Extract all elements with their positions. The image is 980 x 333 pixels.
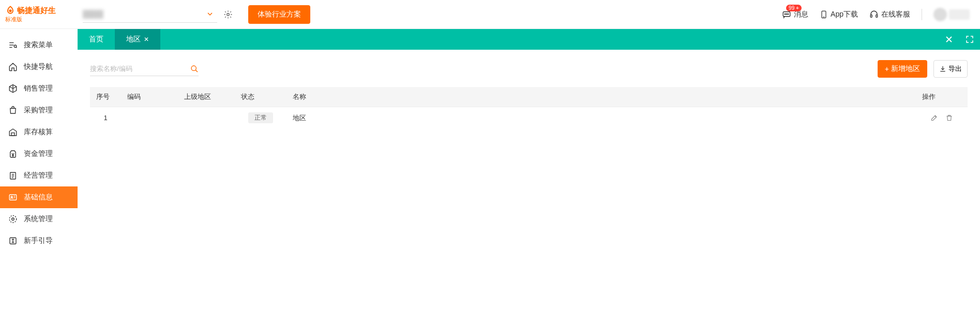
sidebar-item-quick-nav[interactable]: 快捷导航 xyxy=(0,56,78,78)
company-selector[interactable]: ████ xyxy=(83,6,217,23)
add-region-button[interactable]: + 新增地区 xyxy=(878,60,927,78)
logo-icon xyxy=(5,5,16,16)
online-service-label: 在线客服 xyxy=(881,10,910,19)
search-wrap xyxy=(90,62,199,76)
search-menu-icon xyxy=(8,40,18,50)
sales-icon xyxy=(8,84,18,93)
message-link[interactable]: 99 + 消息 xyxy=(782,10,808,19)
plus-icon: + xyxy=(885,65,889,73)
home-icon xyxy=(8,62,18,71)
main: 首页 地区 ✕ xyxy=(78,29,980,333)
logo-subtitle: 标准版 xyxy=(5,16,78,23)
search-input[interactable] xyxy=(90,62,190,76)
svg-rect-9 xyxy=(876,15,878,17)
sidebar-item-system[interactable]: 系统管理 xyxy=(0,208,78,230)
svg-point-5 xyxy=(788,13,789,15)
fullscreen-icon xyxy=(966,36,973,43)
sidebar-item-basic-info[interactable]: 基础信息 xyxy=(0,186,78,208)
svg-point-0 xyxy=(9,10,11,11)
online-service-link[interactable]: 在线客服 xyxy=(869,10,910,19)
sidebar-item-inventory[interactable]: 库存核算 xyxy=(0,121,78,143)
region-table: 序号 编码 上级地区 状态 名称 操作 1 正常 xyxy=(90,87,968,128)
phone-icon xyxy=(820,10,828,19)
svg-line-28 xyxy=(195,70,198,72)
svg-point-4 xyxy=(786,13,787,15)
avatar xyxy=(933,8,947,21)
experience-button[interactable]: 体验行业方案 xyxy=(248,5,310,24)
tab-region[interactable]: 地区 ✕ xyxy=(115,29,160,50)
header-right: 99 + 消息 App下载 在线客服 xyxy=(782,8,970,21)
sidebar-label: 系统管理 xyxy=(24,214,53,224)
svg-rect-20 xyxy=(9,195,17,200)
system-icon xyxy=(8,214,18,224)
logo-text: 畅捷通好生 xyxy=(17,6,56,16)
status-badge: 正常 xyxy=(248,112,273,123)
clipboard-icon xyxy=(8,171,18,180)
close-icon[interactable]: ✕ xyxy=(144,36,149,43)
delete-icon[interactable] xyxy=(945,114,953,122)
money-icon xyxy=(8,149,18,158)
sidebar-label: 资金管理 xyxy=(24,149,53,158)
th-op: 操作 xyxy=(916,87,968,107)
sidebar-item-guide[interactable]: 新手引导 xyxy=(0,230,78,252)
th-status: 状态 xyxy=(235,87,287,107)
cell-parent xyxy=(178,107,235,129)
search-icon[interactable] xyxy=(190,65,199,73)
sidebar-item-sales[interactable]: 销售管理 xyxy=(0,78,78,99)
export-icon xyxy=(939,65,946,73)
svg-point-3 xyxy=(785,13,786,15)
sidebar-label: 库存核算 xyxy=(24,127,53,137)
svg-rect-15 xyxy=(11,133,14,136)
cell-seq: 1 xyxy=(90,107,121,129)
app-download-label: App下载 xyxy=(831,10,858,19)
sidebar-label: 新手引导 xyxy=(24,236,53,245)
th-parent: 上级地区 xyxy=(178,87,235,107)
th-code: 编码 xyxy=(121,87,178,107)
fullscreen-button[interactable] xyxy=(959,29,980,50)
warehouse-icon xyxy=(8,127,18,137)
avatar-group[interactable] xyxy=(933,8,970,21)
sidebar-item-business[interactable]: 经营管理 xyxy=(0,165,78,186)
svg-point-27 xyxy=(191,66,196,70)
tab-home[interactable]: 首页 xyxy=(78,29,115,50)
sidebar-label: 快捷导航 xyxy=(24,62,53,71)
sidebar-label: 经营管理 xyxy=(24,171,53,180)
close-all-tabs-button[interactable] xyxy=(939,29,959,50)
th-seq: 序号 xyxy=(90,87,121,107)
company-name: ████ xyxy=(83,10,203,18)
tab-label: 首页 xyxy=(89,35,103,44)
tabbar: 首页 地区 ✕ xyxy=(78,29,980,50)
logo: 畅捷通好生 标准版 xyxy=(0,5,78,23)
headset-icon xyxy=(869,10,879,19)
app-download-link[interactable]: App下载 xyxy=(820,10,858,19)
tab-label: 地区 xyxy=(126,35,141,44)
chevron-down-icon xyxy=(207,11,213,17)
cell-name: 地区 xyxy=(287,107,916,129)
guide-icon xyxy=(8,236,18,245)
svg-rect-8 xyxy=(870,15,872,17)
gear-icon[interactable] xyxy=(223,10,233,19)
message-badge: 99 + xyxy=(786,5,802,11)
svg-point-24 xyxy=(9,215,17,223)
edit-icon[interactable] xyxy=(930,114,938,122)
bag-icon xyxy=(8,106,18,115)
sidebar-label: 销售管理 xyxy=(24,84,53,93)
sidebar-item-search-menu[interactable]: 搜索菜单 xyxy=(0,34,78,56)
svg-point-1 xyxy=(227,13,230,16)
sidebar-item-finance[interactable]: 资金管理 xyxy=(0,143,78,165)
svg-line-14 xyxy=(16,47,17,48)
export-button-label: 导出 xyxy=(948,64,962,74)
add-button-label: 新增地区 xyxy=(891,64,920,74)
th-name: 名称 xyxy=(287,87,916,107)
sidebar: 搜索菜单 快捷导航 销售管理 采购管理 库存核算 资金管理 经营管理 基础信息 xyxy=(0,29,78,333)
id-card-icon xyxy=(8,193,18,202)
sidebar-item-purchase[interactable]: 采购管理 xyxy=(0,99,78,121)
header: 畅捷通好生 标准版 ████ 体验行业方案 99 + 消息 App下载 在线客服 xyxy=(0,0,980,29)
sidebar-label: 基础信息 xyxy=(24,193,53,202)
svg-point-25 xyxy=(12,218,14,221)
table-row: 1 正常 地区 xyxy=(90,107,968,129)
sidebar-label: 采购管理 xyxy=(24,106,53,115)
export-button[interactable]: 导出 xyxy=(933,60,968,78)
close-icon xyxy=(945,36,953,43)
toolbar: + 新增地区 导出 xyxy=(90,60,968,78)
